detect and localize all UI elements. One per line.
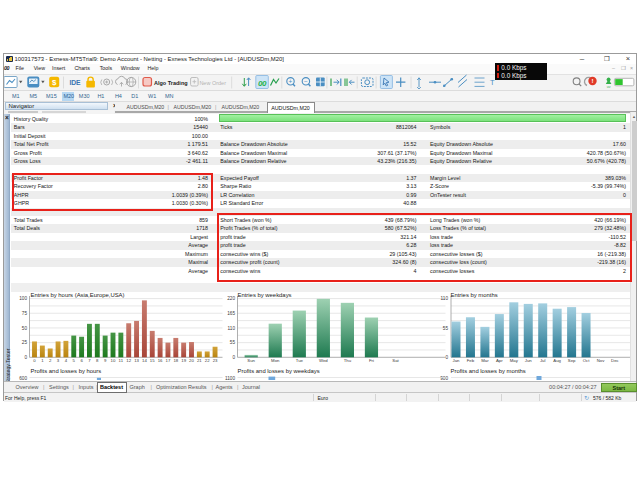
svg-text:uv: uv [607, 84, 611, 88]
svg-text:3: 3 [56, 358, 59, 363]
svg-text:55: 55 [442, 326, 448, 331]
svg-text:Fri: Fri [368, 358, 373, 363]
svg-text:600: 600 [19, 376, 27, 381]
svg-text:18: 18 [173, 358, 178, 363]
svg-text:100: 100 [19, 296, 27, 301]
svg-text:0: 0 [33, 358, 36, 363]
svg-text:50: 50 [21, 326, 27, 331]
svg-text:23: 23 [212, 358, 217, 363]
svg-text:19: 19 [181, 358, 186, 363]
svg-text:Mon: Mon [271, 358, 280, 363]
svg-text:17: 17 [165, 358, 170, 363]
svg-text:+: + [289, 77, 293, 84]
svg-text:Jan: Jan [452, 358, 460, 363]
svg-text:Entries by weekdays: Entries by weekdays [237, 292, 291, 298]
svg-text:25: 25 [21, 340, 27, 345]
svg-text:Feb: Feb [466, 358, 474, 363]
svg-text:8: 8 [96, 358, 99, 363]
svg-text:0: 0 [445, 355, 448, 360]
svg-text:165: 165 [227, 311, 235, 316]
svg-text:55: 55 [229, 340, 235, 345]
svg-text:75: 75 [21, 311, 27, 316]
svg-text:Entries by hours (Asia,Europe,: Entries by hours (Asia,Europe,USA) [30, 292, 124, 298]
svg-text:Mar: Mar [481, 358, 489, 363]
svg-text:Dec: Dec [611, 358, 619, 363]
svg-text:Jul: Jul [539, 358, 545, 363]
svg-text:Profits and losses by months: Profits and losses by months [450, 368, 525, 374]
svg-text:Sat: Sat [392, 358, 399, 363]
svg-text:220: 220 [227, 296, 235, 301]
svg-text:!: ! [591, 77, 593, 84]
svg-text:00: 00 [258, 78, 267, 87]
svg-text:Sun: Sun [247, 358, 255, 363]
svg-text:9: 9 [103, 358, 106, 363]
svg-text:Thu: Thu [343, 358, 351, 363]
svg-text:11: 11 [118, 358, 123, 363]
svg-text:5: 5 [72, 358, 75, 363]
svg-text:Entries by months: Entries by months [450, 292, 497, 298]
svg-text:New Order: New Order [199, 79, 226, 85]
svg-text:Tue: Tue [295, 358, 303, 363]
svg-text:13: 13 [134, 358, 139, 363]
svg-text:$: $ [52, 78, 57, 87]
svg-text:6: 6 [80, 358, 83, 363]
svg-text:Algo Trading: Algo Trading [154, 79, 188, 85]
svg-text:12: 12 [126, 358, 131, 363]
svg-text:20: 20 [189, 358, 194, 363]
svg-text:22: 22 [204, 358, 209, 363]
svg-text:110: 110 [440, 296, 448, 301]
svg-text:Profits and losses by weekdays: Profits and losses by weekdays [237, 368, 319, 374]
svg-text:−: − [304, 77, 308, 84]
svg-text:Aug: Aug [553, 358, 561, 363]
svg-text:10: 10 [110, 358, 115, 363]
svg-text:1: 1 [41, 358, 44, 363]
svg-text:21: 21 [196, 358, 201, 363]
svg-text:110: 110 [227, 326, 235, 331]
svg-text:14: 14 [142, 358, 147, 363]
svg-text:IDE: IDE [70, 79, 81, 86]
svg-text:0: 0 [232, 355, 235, 360]
svg-text:7: 7 [88, 358, 91, 363]
svg-text:Sep: Sep [567, 358, 575, 363]
svg-text:2: 2 [49, 358, 52, 363]
svg-text:1100: 1100 [224, 376, 234, 381]
svg-text:Wed: Wed [318, 358, 327, 363]
svg-text:Apr: Apr [496, 358, 503, 363]
svg-text:16: 16 [157, 358, 162, 363]
svg-text:Nov: Nov [596, 358, 604, 363]
svg-text:Profits and losses by hours: Profits and losses by hours [30, 368, 101, 374]
svg-text:Jun: Jun [524, 358, 532, 363]
svg-text:May: May [509, 358, 518, 363]
svg-text:4: 4 [64, 358, 67, 363]
svg-text:0: 0 [24, 355, 27, 360]
svg-text:Oct: Oct [582, 358, 589, 363]
svg-text:15: 15 [149, 358, 154, 363]
